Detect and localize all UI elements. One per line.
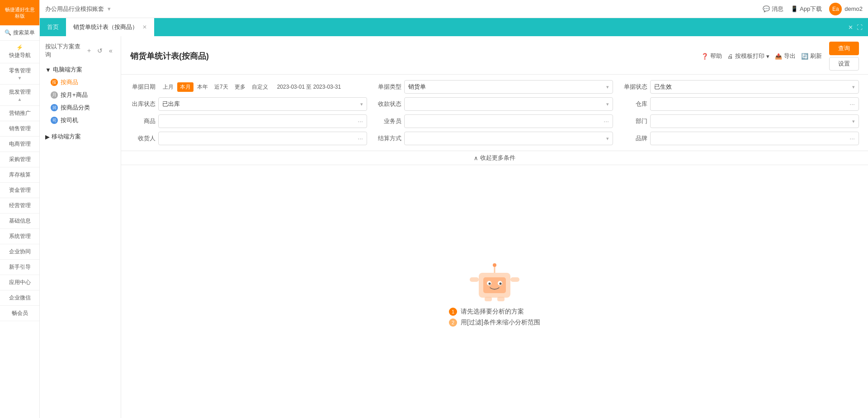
- sidebar-item-retail[interactable]: 零售管理 ▼: [0, 63, 39, 85]
- dropdown-arrow-icon[interactable]: ▾: [108, 5, 111, 12]
- settlement-arrow-icon: ▾: [606, 136, 609, 142]
- phone-icon: 📱: [791, 5, 798, 12]
- doc-type-control[interactable]: 销货单 ▾: [404, 80, 613, 94]
- settlement-control[interactable]: ▾: [404, 132, 613, 145]
- header-left: 办公用品行业模拟账套 ▾: [45, 5, 111, 13]
- goods-dots-icon: ···: [358, 118, 363, 125]
- tab-minimize-icon[interactable]: ✕: [848, 24, 853, 31]
- tree-item-by-driver[interactable]: 司 按司机: [40, 114, 121, 127]
- logo-subtext: 标版: [15, 13, 25, 19]
- doc-type-value: 销货单: [408, 83, 604, 91]
- filter-row-2: 出库状态 已出库 ▾ 收款状态 ▾: [130, 97, 859, 111]
- tree-item-by-month-goods[interactable]: 月 按月+商品: [40, 89, 121, 101]
- date-range-value: 2023-03-01 至 2023-03-31: [277, 83, 341, 91]
- empty-state: 1 请先选择要分析的方案 2 用[过滤]条件来缩小分析范围: [121, 165, 868, 418]
- svg-point-4: [489, 282, 491, 285]
- sidebar-item-finance[interactable]: 资金管理: [0, 183, 39, 198]
- app-download-btn[interactable]: 📱 App下载: [791, 5, 822, 13]
- sidebar-item-sales[interactable]: 销售管理: [0, 121, 39, 137]
- filter-row-3: 商品 ··· 业务员 ···: [130, 114, 859, 128]
- filter-goods: 商品 ···: [130, 114, 367, 128]
- doc-status-label: 单据状态: [622, 83, 647, 91]
- add-solution-btn[interactable]: ＋: [85, 46, 94, 55]
- empty-tips: 1 请先选择要分析的方案 2 用[过滤]条件来缩小分析范围: [449, 308, 540, 327]
- out-status-value: 已出库: [162, 100, 359, 108]
- tree-desktop-parent[interactable]: ▼ 电脑端方案: [40, 63, 121, 76]
- goods-control[interactable]: ···: [158, 114, 367, 128]
- sidebar-item-inventory[interactable]: 库存核算: [0, 167, 39, 183]
- avatar: Ea: [829, 3, 842, 15]
- receipt-status-arrow-icon: ▾: [606, 101, 609, 107]
- receipt-status-label: 收款状态: [376, 100, 401, 108]
- brand-control[interactable]: ···: [650, 132, 859, 145]
- filter-out-status: 出库状态 已出库 ▾: [130, 97, 367, 111]
- sidebar-item-quicknav[interactable]: ⚡ 快捷导航: [0, 41, 39, 63]
- date-btn-thisyear[interactable]: 本年: [194, 82, 211, 92]
- refresh-icon: 🔄: [801, 53, 808, 60]
- filter-date: 单据日期 上月 本月 本年 近7天 更多 自定义 2023-03-01 至 20…: [130, 82, 367, 92]
- date-btn-thismonth[interactable]: 本月: [177, 82, 193, 92]
- sidebar-item-wholesale[interactable]: 批发管理 ▲: [0, 85, 39, 106]
- tree-mobile-parent[interactable]: ▶ 移动端方案: [40, 130, 121, 143]
- date-btn-7days[interactable]: 近7天: [212, 82, 231, 92]
- right-panel: 销货单统计表(按商品) ❓ 帮助 🖨 按模板打印 ▾ 📤: [121, 36, 868, 418]
- sidebar-item-purchase[interactable]: 采购管理: [0, 152, 39, 167]
- user-section[interactable]: Ea demo2: [829, 3, 863, 15]
- header-right: 💬 消息 📱 App下载 Ea demo2: [763, 3, 863, 15]
- sidebar-item-system[interactable]: 系统管理: [0, 229, 39, 244]
- date-btn-custom[interactable]: 自定义: [249, 82, 271, 92]
- filter-salesperson: 业务员 ···: [376, 114, 613, 128]
- date-btn-lastmonth[interactable]: 上月: [160, 82, 176, 92]
- sidebar-item-enterprise[interactable]: 企业协同: [0, 244, 39, 260]
- help-btn[interactable]: ❓ 帮助: [701, 52, 722, 60]
- warehouse-control[interactable]: ···: [650, 97, 859, 111]
- logo-text: 畅捷通好生意: [5, 6, 35, 13]
- tab-close-icon[interactable]: ✕: [142, 24, 147, 30]
- sidebar-item-basic[interactable]: 基础信息: [0, 214, 39, 229]
- salesperson-label: 业务员: [376, 117, 401, 125]
- message-icon: 💬: [763, 5, 770, 12]
- out-status-label: 出库状态: [130, 100, 156, 108]
- tree-item-by-category[interactable]: 回 按商品分类: [40, 101, 121, 114]
- query-button[interactable]: 查询: [829, 42, 859, 55]
- recipient-control[interactable]: ···: [158, 132, 367, 145]
- tip-num-1: 1: [449, 308, 457, 316]
- settlement-label: 结算方式: [376, 134, 401, 142]
- collapse-bar[interactable]: ∧ 收起更多条件: [121, 151, 868, 165]
- tab-home[interactable]: 首页: [40, 18, 66, 36]
- out-status-control[interactable]: 已出库 ▾: [158, 97, 367, 111]
- svg-rect-10: [485, 297, 492, 301]
- sidebar-search[interactable]: 🔍 搜索菜单: [0, 25, 39, 41]
- export-btn[interactable]: 📤 导出: [775, 52, 796, 60]
- dept-control[interactable]: ▾: [650, 114, 859, 128]
- sidebar-item-member[interactable]: 畅会员: [0, 306, 39, 321]
- refresh-solution-btn[interactable]: ↺: [95, 46, 104, 55]
- template-print-btn[interactable]: 🖨 按模板打印 ▾: [727, 52, 769, 60]
- date-btn-more[interactable]: 更多: [232, 82, 248, 92]
- tab-sales-stats[interactable]: 销货单统计表（按商品） ✕: [66, 18, 154, 36]
- sidebar-item-marketing[interactable]: 营销推广: [0, 106, 39, 121]
- by-category-icon: 回: [51, 104, 58, 111]
- sidebar-item-guide[interactable]: 新手引导: [0, 260, 39, 275]
- message-btn[interactable]: 💬 消息: [763, 5, 783, 13]
- by-driver-icon: 司: [51, 117, 58, 124]
- empty-illustration: [467, 257, 522, 302]
- tree-item-by-goods[interactable]: 按 按商品: [40, 76, 121, 89]
- sidebar-item-ecommerce[interactable]: 电商管理: [0, 137, 39, 152]
- doc-status-control[interactable]: 已生效 ▾: [650, 80, 859, 94]
- date-label: 单据日期: [130, 83, 156, 91]
- tab-expand-icon[interactable]: ⛶: [857, 24, 863, 31]
- tab-bar: 首页 销货单统计表（按商品） ✕ ✕ ⛶: [40, 18, 868, 36]
- filter-row-4: 收货人 ··· 结算方式 ▾: [130, 132, 859, 145]
- collapse-panel-btn[interactable]: «: [106, 46, 115, 55]
- filter-brand: 品牌 ···: [622, 132, 859, 145]
- receipt-status-control[interactable]: ▾: [404, 97, 613, 111]
- main-area: 办公用品行业模拟账套 ▾ 💬 消息 📱 App下载 Ea demo2 首页: [40, 0, 868, 418]
- salesperson-control[interactable]: ···: [404, 114, 613, 128]
- sidebar-item-operations[interactable]: 经营管理: [0, 198, 39, 214]
- sidebar-item-wechat[interactable]: 企业微信: [0, 290, 39, 306]
- sidebar-item-appstore[interactable]: 应用中心: [0, 275, 39, 290]
- refresh-btn[interactable]: 🔄 刷新: [801, 52, 822, 60]
- setting-button[interactable]: 设置: [829, 57, 859, 71]
- brand-dots-icon: ···: [849, 135, 855, 142]
